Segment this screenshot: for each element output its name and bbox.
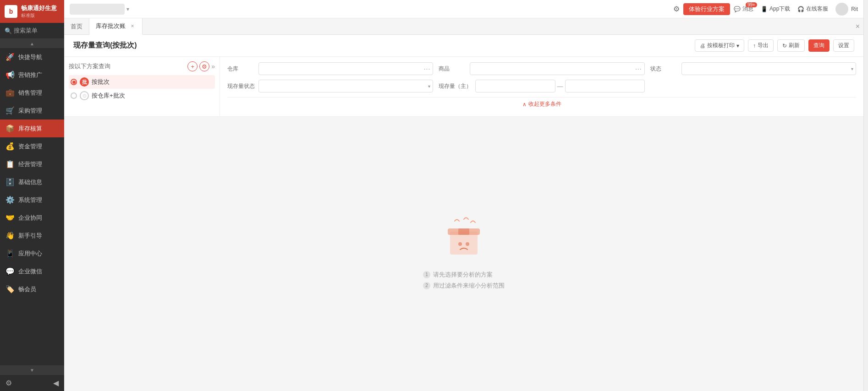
filter-panel: 按以下方案查询 + ⚙ » 批 按批次 [64, 57, 863, 117]
sidebar: b 畅康通好生意 标准版 🔍 搜索菜单 ▲ 🚀 快捷导航 📢 营销推广 💼 销售… [0, 0, 64, 391]
filter-left-panel: 按以下方案查询 + ⚙ » 批 按批次 [64, 57, 220, 116]
tabs-bar: 首页 库存批次账 × × [64, 18, 863, 35]
svg-point-4 [466, 242, 469, 246]
marketing-icon: 📢 [5, 71, 15, 79]
print-icon: 🖨 [700, 43, 705, 49]
inventory-icon: 📦 [5, 124, 15, 133]
product-input-wrap: ··· [470, 62, 644, 75]
sidebar-item-sales[interactable]: 💼 销售管理 [0, 84, 64, 102]
warehouse-field: 仓库 ··· [227, 62, 433, 75]
quantity-min-input[interactable] [475, 80, 555, 92]
sidebar-item-inventory[interactable]: 📦 库存核算 [0, 119, 64, 137]
sidebar-item-operation[interactable]: 📋 经营管理 [0, 155, 64, 173]
sidebar-item-enterprise[interactable]: 🤝 企业协同 [0, 209, 64, 227]
warehouse-input[interactable] [258, 62, 433, 75]
app-download-action[interactable]: 📱 App下载 [761, 5, 790, 13]
online-service-action[interactable]: 🎧 在线客服 [797, 5, 828, 13]
filter-schema-header: 按以下方案查询 + ⚙ » [69, 61, 215, 71]
page-actions: 🖨 按模板打印 ▾ ↑ 导出 ↻ 刷新 查询 设置 [695, 39, 854, 52]
sales-icon: 💼 [5, 88, 15, 97]
collapse-more-button[interactable]: ∧ 收起更多条件 [227, 97, 856, 111]
headset-icon: 🎧 [797, 6, 804, 12]
tabs-panel-close-icon[interactable]: × [856, 22, 863, 31]
breadcrumb-input[interactable] [70, 4, 125, 15]
search-menu[interactable]: 🔍 搜索菜单 [0, 23, 64, 39]
quantity-label: 现存量（主） [439, 82, 472, 90]
sidebar-item-wechat[interactable]: 💬 企业微信 [0, 262, 64, 280]
main-area: ▾ ⚙ 体验行业方案 💬 消息 99+ 📱 App下载 🎧 在线客服 Rit [64, 0, 863, 391]
purchase-icon: 🛒 [5, 106, 15, 115]
scroll-down-btn[interactable]: ▼ [0, 365, 64, 375]
tab-home[interactable]: 首页 [64, 18, 89, 35]
content-area: 现存量查询(按批次) 🖨 按模板打印 ▾ ↑ 导出 ↻ 刷新 查询 设置 [64, 35, 863, 391]
filter-right-panel: 仓库 ··· 商品 ··· 状态 [220, 57, 863, 116]
product-input[interactable] [470, 62, 644, 75]
system-icon: ⚙️ [5, 196, 15, 204]
sidebar-item-purchase[interactable]: 🛒 采购管理 [0, 102, 64, 119]
product-dots[interactable]: ··· [635, 65, 642, 72]
filter-schema-title: 按以下方案查询 [69, 62, 110, 71]
apps-icon: 📱 [5, 249, 15, 258]
filter-collapse-button[interactable]: » [211, 63, 215, 70]
page-header: 现存量查询(按批次) 🖨 按模板打印 ▾ ↑ 导出 ↻ 刷新 查询 设置 [64, 35, 863, 57]
sidebar-item-finance[interactable]: 💰 资金管理 [0, 137, 64, 155]
enterprise-icon: 🤝 [5, 213, 15, 222]
warehouse-dots[interactable]: ··· [424, 65, 431, 72]
sidebar-item-newuser[interactable]: 👋 新手引导 [0, 227, 64, 244]
refresh-button[interactable]: ↻ 刷新 [777, 39, 805, 52]
print-button[interactable]: 🖨 按模板打印 ▾ [695, 39, 744, 52]
scroll-up-btn[interactable]: ▲ [0, 39, 64, 48]
radio-inner [72, 81, 76, 84]
collapse-sidebar-icon[interactable]: ◀ [53, 379, 59, 387]
quantity-dash: — [557, 83, 563, 90]
topbar-right: 💬 消息 99+ 📱 App下载 🎧 在线客服 Rit [734, 3, 858, 16]
filter-option-by-batch[interactable]: 批 按批次 [69, 75, 215, 89]
messages-action[interactable]: 💬 消息 99+ [734, 5, 753, 13]
svg-point-3 [458, 242, 462, 246]
tab-inventory-batch[interactable]: 库存批次账 × [89, 18, 143, 35]
wechat-icon: 💬 [5, 267, 15, 276]
sidebar-item-system[interactable]: ⚙️ 系统管理 [0, 191, 64, 209]
empty-step-2: 2 用过滤条件来缩小分析范围 [423, 282, 505, 290]
sidebar-item-basics[interactable]: 🗄️ 基础信息 [0, 173, 64, 191]
empty-steps: 1 请先选择要分析的方案 2 用过滤条件来缩小分析范围 [423, 271, 505, 293]
sidebar-footer: ⚙ ◀ [0, 375, 64, 391]
user-profile[interactable]: Rit [835, 3, 858, 16]
schema-settings-button[interactable]: ⚙ [199, 61, 209, 71]
tab-close-icon[interactable]: × [129, 23, 136, 29]
sidebar-header: b 畅康通好生意 标准版 [0, 0, 64, 23]
operation-icon: 📋 [5, 160, 15, 168]
sidebar-item-quick-nav[interactable]: 🚀 快捷导航 [0, 48, 64, 66]
quantity-field: 现存量（主） — [439, 80, 644, 92]
status-select-wrap: 有效 无效 ▾ [681, 62, 856, 75]
step-num-2: 2 [423, 282, 430, 289]
trial-button[interactable]: 体验行业方案 [683, 3, 730, 15]
status-field: 状态 有效 无效 ▾ [650, 62, 856, 75]
messages-icon: 💬 [734, 6, 741, 12]
settings-footer-icon[interactable]: ⚙ [5, 379, 12, 387]
sidebar-item-vip[interactable]: 🏷️ 畅会员 [0, 280, 64, 298]
settings-button[interactable]: 设置 [833, 39, 854, 52]
export-button[interactable]: ↑ 导出 [748, 39, 774, 52]
warehouse-label: 仓库 [227, 65, 255, 73]
status-select[interactable]: 有效 无效 [681, 62, 856, 75]
query-button[interactable]: 查询 [808, 39, 830, 52]
app-logo: b [5, 5, 17, 18]
empty-state: 1 请先选择要分析的方案 2 用过滤条件来缩小分析范围 [64, 117, 863, 391]
filter-option-by-warehouse-batch[interactable]: ⊙ 按仓库+批次 [69, 89, 215, 103]
inventory-status-select-wrap: 有库存 无库存 ▾ [258, 80, 433, 92]
topbar: ▾ ⚙ 体验行业方案 💬 消息 99+ 📱 App下载 🎧 在线客服 Rit [64, 0, 863, 18]
gear-small-icon: ⚙ [202, 63, 207, 70]
sidebar-item-marketing[interactable]: 📢 营销推广 [0, 66, 64, 84]
export-icon: ↑ [753, 43, 756, 49]
status-label: 状态 [650, 65, 678, 73]
inventory-status-select[interactable]: 有库存 无库存 [258, 80, 433, 92]
newuser-icon: 👋 [5, 231, 15, 240]
quantity-max-input[interactable] [565, 80, 645, 92]
filter-left-actions: + ⚙ » [187, 61, 215, 71]
sidebar-item-apps[interactable]: 📱 应用中心 [0, 244, 64, 262]
topbar-gear-icon[interactable]: ⚙ [673, 5, 680, 13]
add-schema-button[interactable]: + [187, 61, 198, 71]
username: Rit [851, 6, 858, 12]
right-panel [863, 0, 868, 391]
